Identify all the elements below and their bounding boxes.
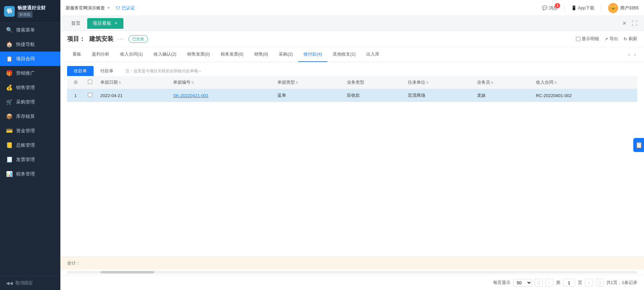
th-number[interactable]: 单据编号⇅ [169, 76, 273, 89]
sidebar-item-sales[interactable]: 💰 销售管理 [0, 80, 60, 95]
show-detail-label: 显示明细 [582, 36, 599, 42]
row-checkbox[interactable] [88, 93, 92, 97]
sidebar-item-label: 资金管理 [16, 128, 35, 134]
subtab-inout[interactable]: 出入库 [361, 47, 385, 62]
th-date[interactable]: 单据日期⇅ [96, 76, 169, 89]
app-download-label: App下载 [578, 5, 594, 11]
receipt-number-link[interactable]: SK-20220421-001 [173, 93, 209, 98]
table-scrollbar[interactable] [60, 270, 644, 275]
th-type[interactable]: 单据类型⇅ [273, 76, 342, 89]
sidebar-item-purchase[interactable]: 🛒 采购管理 [0, 95, 60, 109]
subtab-sales[interactable]: 销售(0) [249, 47, 274, 62]
sub2tab-receipt[interactable]: 收款单 [67, 66, 94, 76]
subtab-other[interactable]: 其他收支(1) [327, 47, 361, 62]
app-download-button[interactable]: 📱 App下载 [571, 5, 594, 11]
subtab-next-button[interactable]: › [633, 50, 637, 59]
user-menu[interactable]: 🐱 用户3355 [608, 3, 639, 13]
sidebar-item-marketing[interactable]: 🎁 营销推广 [0, 66, 60, 80]
subtab-revenue-confirm[interactable]: 收入确认(2) [148, 47, 182, 62]
unpin-icon: ◀◀ [6, 281, 13, 286]
project-header: 项目： 建筑安装 ··· 已生效 显示明细 ↗ 导出 ↻ 刷新 [60, 31, 644, 47]
th-salesperson[interactable]: 业务员⇅ [473, 76, 532, 89]
sidebar-item-label: 总账管理 [16, 142, 35, 148]
show-detail-checkbox[interactable]: 显示明细 [576, 36, 599, 42]
sub2tabs: 收款单 付款单 注：这里是与项目关联的全部收付款单哦～ [60, 62, 644, 76]
scrollbar-thumb[interactable] [101, 271, 154, 274]
tab-project-board[interactable]: 项目看板 ✕ [87, 18, 123, 29]
subtab-revenue-contract[interactable]: 收入合同(1) [115, 47, 148, 62]
sidebar-item-label: 销售管理 [16, 85, 35, 91]
next-page-button[interactable]: › [585, 279, 593, 287]
prev-page-button[interactable]: ‹ [545, 279, 553, 287]
cell-biz-type: 应收款 [343, 89, 404, 102]
close-window-button[interactable]: ✕ [621, 19, 628, 28]
sort-type-icon: ⇅ [296, 81, 298, 84]
project-status-badge: 已生效 [128, 35, 148, 43]
sidebar-item-label: 项目合同 [16, 56, 35, 62]
sidebar-item-tax[interactable]: 📊 税务管理 [0, 167, 60, 181]
th-biz-type: 业务类型 [343, 76, 404, 89]
current-page-input[interactable] [563, 279, 575, 287]
inventory-icon: 📦 [6, 113, 13, 120]
tab-close-icon[interactable]: ✕ [113, 21, 118, 26]
scrollbar-track [67, 271, 637, 274]
search-icon: 🔍 [6, 27, 13, 33]
first-page-button[interactable]: ⟨⟨ [535, 279, 543, 287]
show-detail-input[interactable] [576, 37, 580, 41]
subtab-profit[interactable]: 盈利分析 [87, 47, 115, 62]
app-version: 标准版 [17, 11, 33, 18]
subtab-prev-button[interactable]: ‹ [627, 50, 631, 59]
pagination: 每页显示 50 100 200 ⟨⟨ ‹ 第 页 › ⟩⟩ 共1页，1条记录 [60, 275, 644, 290]
sub2tab-payment[interactable]: 付款单 [94, 66, 120, 76]
th-settings[interactable]: ⚙ [67, 76, 84, 89]
th-partner[interactable]: 往来单位⇅ [404, 76, 473, 89]
app-name: 畅捷通好业财 [17, 5, 46, 11]
sort-date-icon: ⇅ [118, 81, 121, 84]
per-page-select[interactable]: 50 100 200 [513, 279, 532, 287]
sidebar-item-label: 税务管理 [16, 171, 35, 177]
unpin-button[interactable]: ◀◀ 取消固定 [0, 276, 60, 290]
settings-icon[interactable]: ⚙ [73, 79, 78, 85]
certified-label: 已认证 [122, 5, 135, 11]
select-all-checkbox[interactable] [88, 80, 92, 84]
sidebar-item-search[interactable]: 🔍 搜索菜单 [0, 23, 60, 37]
cell-seq: 1 [67, 89, 84, 102]
account-selector[interactable]: 新服务官网演示账套 ▼ [66, 5, 110, 11]
sidebar-item-invoice[interactable]: 🧾 发票管理 [0, 152, 60, 167]
cell-date: 2022-04-21 [96, 89, 169, 102]
certified-badge: 🛡 已认证 [116, 5, 135, 11]
phone-icon: 📱 [571, 5, 577, 10]
subtab-tax-invoice[interactable]: 税务发票(0) [215, 47, 249, 62]
table-container: ⚙ 单据日期⇅ 单据编号⇅ 单据类型⇅ 业务类型 [67, 76, 637, 257]
subtabs: 看板 盈利分析 收入合同(1) 收入确认(2) 销售发票(0) 税务发票(0) … [60, 47, 644, 62]
cell-number[interactable]: SK-20220421-001 [169, 89, 273, 102]
export-button[interactable]: ↗ 导出 [604, 36, 618, 42]
sidebar-item-quicknav[interactable]: 🏠 快捷导航 [0, 37, 60, 52]
topbar: 新服务官网演示账套 ▼ 🛡 已认证 💬 消息 1 📱 App下载 🐱 用户335… [60, 0, 644, 16]
sidebar-item-ledger[interactable]: 📒 总账管理 [0, 138, 60, 152]
subtab-board[interactable]: 看板 [67, 47, 87, 62]
marketing-icon: 🎁 [6, 70, 13, 76]
project-more-button[interactable]: ··· [117, 35, 124, 43]
sort-salesperson-icon: ⇅ [491, 81, 493, 84]
cell-revenue-contract: RC-20220401-002 [532, 89, 637, 102]
tab-home[interactable]: 首页 [66, 18, 86, 29]
cell-checkbox[interactable] [84, 89, 96, 102]
refresh-icon: ↻ [624, 37, 627, 42]
sidebar-item-label: 库存核算 [16, 114, 35, 120]
last-page-button[interactable]: ⟩⟩ [596, 279, 604, 287]
subtab-sales-invoice[interactable]: 销售发票(0) [182, 47, 215, 62]
table-row[interactable]: 1 2022-04-21 SK-20220421-001 蓝单 应收款 宏茂商场… [67, 89, 637, 102]
maximize-window-button[interactable]: ⛶ [631, 19, 639, 28]
invoice-icon: 🧾 [6, 156, 13, 163]
sidebar-item-contract[interactable]: 📋 项目合同 [0, 52, 60, 66]
refresh-button[interactable]: ↻ 刷新 [624, 36, 637, 42]
messages-button[interactable]: 💬 消息 1 [542, 5, 557, 11]
sort-number-icon: ⇅ [191, 81, 194, 84]
subtab-purchase[interactable]: 采购(2) [273, 47, 298, 62]
subtab-collection[interactable]: 收付款(4) [298, 47, 327, 62]
th-revenue-contract[interactable]: 收入合同⇅ [532, 76, 637, 89]
sidebar-item-inventory[interactable]: 📦 库存核算 [0, 109, 60, 124]
sidebar-item-funds[interactable]: 💳 资金管理 [0, 124, 60, 138]
side-sticky-button[interactable]: 📋 [633, 138, 644, 152]
